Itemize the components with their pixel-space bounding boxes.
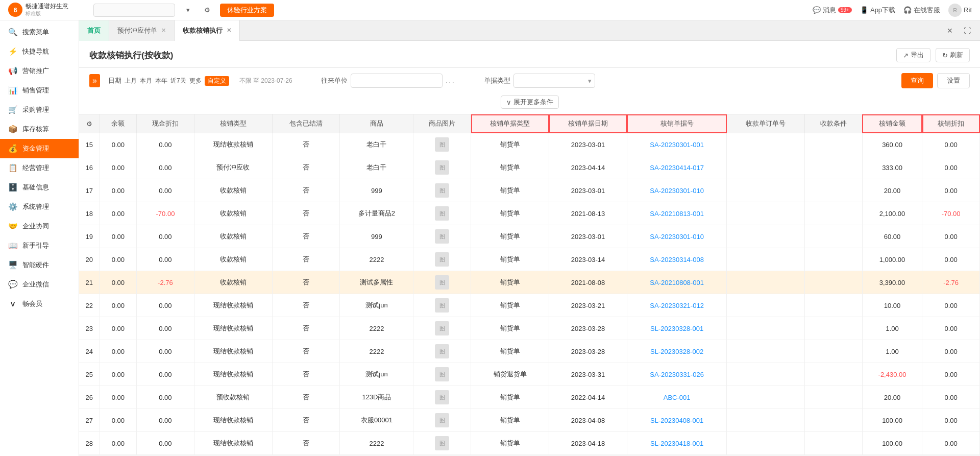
sidebar-label: 销售管理 (22, 86, 49, 95)
cell-receipt-order-no (727, 202, 805, 225)
sidebar-item-basic[interactable]: 🗄️ 基础信息 (0, 178, 79, 197)
tab-prepay[interactable]: 预付冲应付单 ✕ (109, 20, 175, 41)
cell-id: 19 (79, 225, 100, 248)
gear-column-icon[interactable]: ⚙ (84, 120, 94, 128)
cell-writeoff-bill-no[interactable]: SA-20230301-010 (627, 225, 726, 248)
sidebar-item-operations[interactable]: 📋 经营管理 (0, 158, 79, 178)
tab-writeoff-close[interactable]: ✕ (227, 27, 231, 34)
cell-receipt-condition (805, 432, 863, 455)
collapse-arrow[interactable]: » (89, 74, 100, 87)
sidebar-item-marketing[interactable]: 📢 营销推广 (0, 61, 79, 81)
cell-receipt-condition (805, 248, 863, 271)
cell-goods: 2222 (340, 340, 413, 363)
main-layout: 🔍 搜索菜单 ⚡ 快捷导航 📢 营销推广 📊 销售管理 🛒 采购管理 📦 库存核… (0, 20, 980, 456)
sidebar-item-wechat[interactable]: 💬 企业微信 (0, 275, 79, 294)
headset-icon: 🎧 (903, 6, 912, 14)
cell-receipt-condition (805, 156, 863, 179)
cell-writeoff-bill-no[interactable]: SA-20230321-012 (627, 294, 726, 317)
top-search-input[interactable] (93, 4, 175, 17)
user-area[interactable]: R Rit (948, 4, 972, 17)
th-receipt-condition: 收款条件 (805, 114, 863, 133)
hardware-icon: 🖥️ (8, 260, 17, 270)
th-goods-image: 商品图片 (413, 114, 471, 133)
cell-writeoff-bill-no[interactable]: SA-20230301-010 (627, 179, 726, 202)
expand-icon[interactable]: ⛶ (961, 24, 974, 37)
cell-writeoff-bill-type: 销货单 (471, 271, 549, 294)
cell-writeoff-bill-date: 2023-03-28 (549, 340, 627, 363)
cell-goods: 999 (340, 225, 413, 248)
cell-writeoff-discount: 0.00 (922, 317, 980, 340)
sidebar-item-inventory[interactable]: 📦 库存核算 (0, 119, 79, 139)
cell-writeoff-bill-no[interactable]: SL-20230418-001 (627, 432, 726, 455)
close-icon[interactable]: ✕ (943, 24, 957, 37)
sidebar-item-finance[interactable]: 💰 资金管理 (0, 139, 79, 158)
cell-writeoff-bill-date: 2023-03-01 (549, 225, 627, 248)
cell-id: 16 (79, 156, 100, 179)
cell-writeoff-amount: 1,000.00 (862, 248, 922, 271)
cell-receipt-condition (805, 225, 863, 248)
cell-writeoff-bill-date: 2021-08-08 (549, 271, 627, 294)
th-gear[interactable]: ⚙ (79, 114, 100, 133)
tab-prepay-label: 预付冲应付单 (117, 26, 157, 35)
th-include-settled: 包含已结清 (272, 114, 340, 133)
filter-billtype-select[interactable] (513, 74, 595, 88)
filter-date-item: 日期 上月 本月 本年 近7天 更多 自定义 (108, 76, 229, 86)
settings-button[interactable]: 设置 (937, 73, 970, 88)
operations-icon: 📋 (8, 163, 17, 173)
cell-cash-discount: 0.00 (137, 179, 194, 202)
tab-writeoff[interactable]: 收款核销执行 ✕ (175, 20, 240, 41)
sidebar-item-sales[interactable]: 📊 销售管理 (0, 81, 79, 100)
date-last-month[interactable]: 上月 (125, 77, 137, 85)
cell-goods: 测试多属性 (340, 271, 413, 294)
query-button[interactable]: 查询 (901, 73, 933, 88)
filter-partner-input[interactable] (351, 74, 443, 88)
refresh-button[interactable]: ↻ 刷新 (936, 48, 970, 62)
export-button[interactable]: ↗ 导出 (896, 48, 930, 62)
cell-writeoff-bill-no[interactable]: SA-20230414-017 (627, 156, 726, 179)
tab-prepay-close[interactable]: ✕ (161, 27, 166, 34)
date-7days[interactable]: 近7天 (170, 77, 186, 85)
sidebar-item-hardware[interactable]: 🖥️ 智能硬件 (0, 255, 79, 275)
sidebar-item-search[interactable]: 🔍 搜索菜单 (0, 22, 79, 42)
app-download-item[interactable]: 📱 App下载 (860, 6, 895, 15)
table-area[interactable]: ⚙ 余额 现金折扣 核销类型 包含已结清 商品 商品图片 核销单据类型 核销单据… (79, 114, 980, 456)
cell-writeoff-bill-no[interactable]: SA-20230314-008 (627, 248, 726, 271)
cell-writeoff-bill-no[interactable]: SA-20210813-001 (627, 202, 726, 225)
cell-writeoff-bill-no[interactable]: SA-20230331-026 (627, 363, 726, 386)
refresh-icon: ↻ (942, 52, 948, 59)
sidebar-item-system[interactable]: ⚙️ 系统管理 (0, 197, 79, 217)
th-goods: 商品 (340, 114, 413, 133)
dropdown-icon[interactable]: ▾ (181, 4, 194, 17)
cell-writeoff-bill-no[interactable]: SL-20230328-001 (627, 317, 726, 340)
cell-goods-image: 图 (413, 248, 471, 271)
cell-writeoff-bill-no[interactable]: SL-20230408-001 (627, 409, 726, 432)
cell-writeoff-bill-no[interactable]: ABC-001 (627, 386, 726, 409)
date-more[interactable]: 更多 (189, 77, 202, 85)
tab-home[interactable]: 首页 (79, 20, 109, 41)
industry-btn[interactable]: 休验行业方案 (220, 4, 274, 17)
sidebar-item-collab[interactable]: 🤝 企业协同 (0, 217, 79, 236)
message-item[interactable]: 💬 消息 99+ (813, 6, 852, 15)
cell-writeoff-bill-no[interactable]: SL-20230328-002 (627, 340, 726, 363)
cell-balance: 0.00 (100, 317, 137, 340)
sidebar-item-quicknav[interactable]: ⚡ 快捷导航 (0, 42, 79, 61)
cell-goods: 2222 (340, 248, 413, 271)
sidebar-item-guide[interactable]: 📖 新手引导 (0, 236, 79, 255)
date-this-year[interactable]: 本年 (155, 77, 167, 85)
sidebar-item-purchase[interactable]: 🛒 采购管理 (0, 100, 79, 119)
top-bar: 6 畅捷通谱好生意 标准版 ▾ ⚙ 休验行业方案 💬 消息 99+ 📱 App下… (0, 0, 980, 20)
sidebar-item-member[interactable]: V 畅会员 (0, 294, 79, 314)
expand-conditions-btn[interactable]: ∨ 展开更多条件 (501, 95, 559, 109)
cell-writeoff-bill-no[interactable]: SA-20210808-001 (627, 271, 726, 294)
cell-goods-image: 图 (413, 156, 471, 179)
gear-icon[interactable]: ⚙ (201, 4, 214, 17)
date-custom[interactable]: 自定义 (205, 76, 229, 86)
cell-writeoff-bill-date: 2023-04-14 (549, 156, 627, 179)
table-row: 210.00-2.76收款核销否测试多属性图销货单2021-08-08SA-20… (79, 271, 980, 294)
collab-icon: 🤝 (8, 222, 17, 231)
inventory-icon: 📦 (8, 125, 17, 134)
cell-writeoff-bill-no[interactable]: SA-20230301-001 (627, 133, 726, 156)
date-this-month[interactable]: 本月 (140, 77, 152, 85)
th-cash-discount: 现金折扣 (137, 114, 194, 133)
online-service-item[interactable]: 🎧 在线客服 (903, 6, 940, 15)
